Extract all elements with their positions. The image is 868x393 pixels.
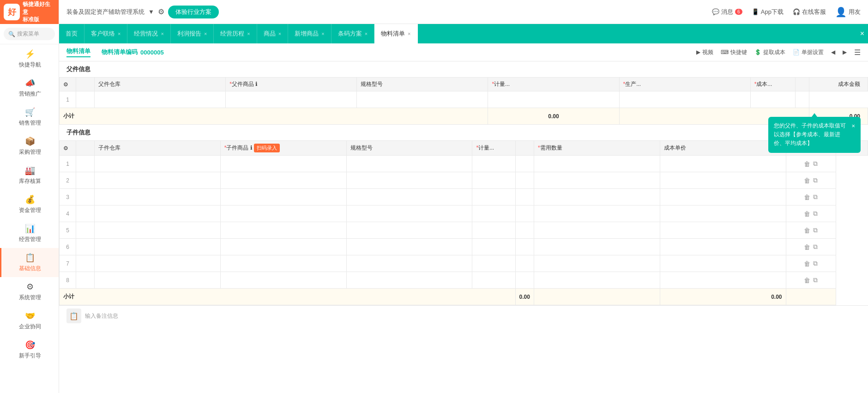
child-unit-price-input-8[interactable]	[534, 272, 660, 288]
tab-profit[interactable]: 利润报告 ×	[171, 24, 214, 43]
scan-input-button[interactable]: 扫码录入	[254, 144, 280, 152]
child-quantity-input-3[interactable]	[516, 189, 534, 205]
tab-close-customer[interactable]: ×	[118, 31, 121, 36]
delete-icon-5[interactable]: 🗑	[804, 227, 810, 234]
copy-icon-2[interactable]: ⧉	[813, 176, 818, 184]
child-row-1-cost-amount[interactable]	[660, 156, 786, 172]
child-cost-amount-input-6[interactable]	[660, 239, 786, 255]
delete-icon-6[interactable]: 🗑	[804, 243, 810, 251]
child-product-input-3[interactable]	[95, 189, 220, 205]
child-warehouse-input-8[interactable]	[76, 272, 94, 288]
parent-production-input-1[interactable]	[488, 91, 619, 108]
child-cost-amount-input-8[interactable]	[660, 272, 786, 288]
sidebar-item-guide[interactable]: 🎯 新手引导	[0, 335, 59, 364]
sidebar-item-operations[interactable]: 📊 经营管理	[0, 219, 59, 248]
tab-product[interactable]: 商品 ×	[257, 24, 288, 43]
copy-icon-5[interactable]: ⧉	[813, 226, 818, 234]
child-warehouse-input-6[interactable]	[76, 239, 94, 255]
sidebar-search[interactable]: 🔍 搜索菜单	[0, 24, 59, 44]
delete-icon-7[interactable]: 🗑	[804, 260, 810, 267]
child-product-input-6[interactable]	[95, 239, 220, 255]
child-product-input-1[interactable]	[95, 156, 220, 172]
bottom-icon[interactable]: 📋	[66, 308, 81, 323]
sidebar-item-finance[interactable]: 💰 资金管理	[0, 190, 59, 219]
child-warehouse-input-3[interactable]	[76, 189, 94, 205]
copy-icon-7[interactable]: ⧉	[813, 260, 818, 267]
child-cost-amount-input-5[interactable]	[660, 222, 786, 238]
child-quantity-input-4[interactable]	[516, 206, 534, 222]
single-setting-button[interactable]: 📄 单据设置	[793, 48, 824, 56]
sub-nav-bom[interactable]: 物料清单	[66, 47, 90, 57]
child-cost-amount-input-7[interactable]	[660, 255, 786, 272]
child-unit-input-4[interactable]	[347, 206, 472, 222]
child-warehouse-input-1[interactable]	[76, 156, 94, 172]
child-unit-price-input-2[interactable]	[534, 172, 660, 188]
child-warehouse-input-7[interactable]	[76, 255, 94, 272]
parent-row-1-cost-amount[interactable]	[795, 91, 809, 108]
child-quantity-input-2[interactable]	[516, 172, 534, 188]
menu-icon[interactable]: ☰	[854, 48, 861, 57]
tab-barcode[interactable]: 条码方案 ×	[332, 24, 374, 43]
parent-row-1-production[interactable]	[488, 91, 619, 108]
parent-cost-amount-input-1[interactable]	[796, 91, 809, 108]
parent-unit-input-1[interactable]	[357, 91, 488, 108]
child-product-input-8[interactable]	[95, 272, 220, 288]
child-row-1-unit-price[interactable]	[534, 156, 660, 172]
parent-row-1-product[interactable]	[95, 91, 226, 108]
copy-icon-4[interactable]: ⧉	[813, 210, 818, 218]
trial-button[interactable]: 体验行业方案	[168, 6, 219, 18]
child-spec-input-5[interactable]	[221, 222, 346, 238]
child-unit-price-input-6[interactable]	[534, 239, 660, 255]
sidebar-item-system[interactable]: ⚙ 系统管理	[0, 277, 59, 306]
tooltip-close-button[interactable]: ×	[851, 121, 855, 131]
child-warehouse-input-4[interactable]	[76, 206, 94, 222]
child-row-1-unit[interactable]	[346, 156, 472, 172]
child-cost-amount-input-3[interactable]	[660, 189, 786, 205]
shortcut-button[interactable]: ⌨ 快捷键	[721, 48, 747, 56]
app-download-item[interactable]: 📱 App下载	[752, 8, 784, 16]
parent-row-1-spec[interactable]	[226, 91, 357, 108]
tab-operations[interactable]: 经营情况 ×	[127, 24, 170, 43]
child-unit-input-6[interactable]	[347, 239, 472, 255]
parent-cost-input-1[interactable]	[620, 91, 750, 108]
child-spec-input-6[interactable]	[221, 239, 346, 255]
child-cost-amount-input-4[interactable]	[660, 206, 786, 222]
child-product-input-7[interactable]	[95, 255, 220, 272]
child-spec-input-8[interactable]	[221, 272, 346, 288]
child-warehouse-input-2[interactable]	[76, 172, 94, 188]
child-cost-amount-input-1[interactable]	[660, 156, 786, 172]
parent-row-1-warehouse[interactable]	[76, 91, 95, 108]
child-unit-price-input-5[interactable]	[534, 222, 660, 238]
sidebar-item-quick-nav[interactable]: ⚡ 快捷导航	[0, 44, 59, 73]
tab-close-barcode[interactable]: ×	[365, 31, 368, 36]
search-menu-button[interactable]: 🔍 搜索菜单	[4, 28, 55, 40]
view-button[interactable]: ▶ 视频	[696, 48, 713, 56]
sidebar-item-purchase[interactable]: 📦 采购管理	[0, 132, 59, 161]
tab-close-bom[interactable]: ×	[408, 31, 410, 36]
child-row-1-quantity[interactable]	[515, 156, 534, 172]
child-row-1-warehouse[interactable]	[76, 156, 95, 172]
child-unit-price-input-7[interactable]	[534, 255, 660, 272]
tab-bar-end[interactable]: ×	[856, 24, 868, 43]
extract-cost-button[interactable]: 💲 提取成本	[754, 48, 785, 56]
user-item[interactable]: 👤 用友	[835, 6, 861, 18]
child-product-input-4[interactable]	[95, 206, 220, 222]
copy-icon-8[interactable]: ⧉	[813, 276, 818, 284]
child-quantity-input-5[interactable]	[516, 222, 534, 238]
child-unit-price-input-1[interactable]	[534, 156, 660, 172]
child-row-1-spec[interactable]	[220, 156, 346, 172]
child-spec-input-2[interactable]	[221, 172, 346, 188]
delete-icon-8[interactable]: 🗑	[804, 277, 810, 284]
delete-icon-2[interactable]: 🗑	[804, 177, 810, 184]
delete-icon-1[interactable]: 🗑	[804, 160, 810, 168]
sidebar-item-marketing[interactable]: 📣 营销推广	[0, 73, 59, 103]
tab-close-operations[interactable]: ×	[161, 31, 163, 36]
child-spec-input-3[interactable]	[221, 189, 346, 205]
child-product-input-2[interactable]	[95, 172, 220, 188]
child-unit-input-1[interactable]	[347, 156, 472, 172]
tab-customer[interactable]: 客户联络 ×	[84, 24, 127, 43]
message-item[interactable]: 💬 消息 6	[712, 8, 742, 16]
tab-close-history[interactable]: ×	[247, 31, 250, 36]
tab-close-new-product[interactable]: ×	[321, 31, 324, 36]
child-warehouse-input-5[interactable]	[76, 222, 94, 238]
